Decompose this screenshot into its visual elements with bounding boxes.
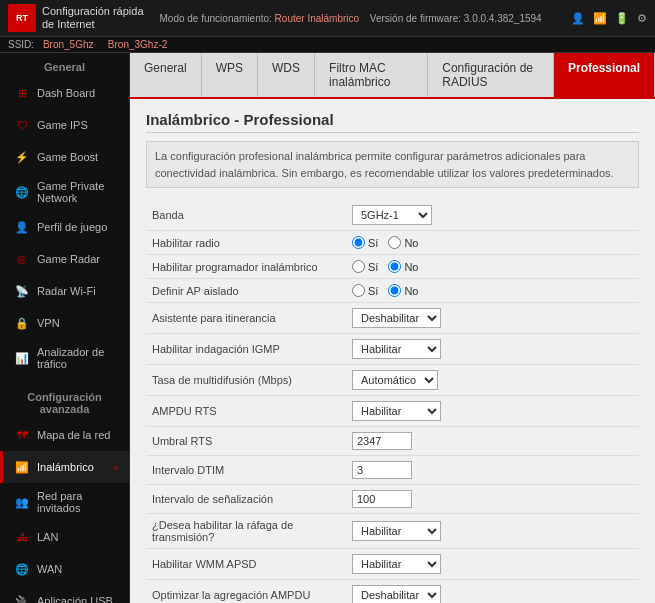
router-title: Configuración rápida de Internet [42, 5, 144, 31]
top-bar-left: RT Configuración rápida de Internet Modo… [8, 4, 542, 32]
avanzada-section-title: Configuración avanzada [0, 383, 129, 419]
row-control-radio: Sí No [346, 231, 639, 255]
sidebar-item-gameboost[interactable]: ⚡ Game Boost [0, 141, 129, 173]
row-control-ampdu-rts: Habilitar Deshabilitar [346, 396, 639, 427]
guest-icon: 👥 [13, 493, 31, 511]
tab-radius[interactable]: Configuración de RADIUS [428, 53, 554, 97]
table-row: Tasa de multidifusión (Mbps) Automático … [146, 365, 639, 396]
rafaga-select[interactable]: Habilitar Deshabilitar [352, 521, 441, 541]
battery-icon: 🔋 [615, 12, 629, 25]
wmm-select[interactable]: Habilitar Deshabilitar [352, 554, 441, 574]
sidebar-item-gameradar[interactable]: ◎ Game Radar [0, 243, 129, 275]
banda-select[interactable]: 5GHz-1 2.4GHz 5GHz-2 [352, 205, 432, 225]
tab-filtro[interactable]: Filtro MAC inalámbrico [315, 53, 428, 97]
sidebar-label-mapa: Mapa de la red [37, 429, 110, 441]
radar-icon: 📡 [13, 282, 31, 300]
map-icon: 🗺 [13, 426, 31, 444]
table-row: AMPDU RTS Habilitar Deshabilitar [146, 396, 639, 427]
sidebar-item-vpn[interactable]: 🔒 VPN [0, 307, 129, 339]
ssid2-link[interactable]: Bron_3Ghz-2 [108, 39, 167, 50]
row-control-multidifusion: Automático 1 2 5.5 11 [346, 365, 639, 396]
main-content: General WPS WDS Filtro MAC inalámbrico C… [130, 53, 655, 603]
radio-si-ap[interactable]: Sí [352, 284, 378, 297]
sidebar-label-gameboost: Game Boost [37, 151, 98, 163]
row-control-programador: Sí No [346, 255, 639, 279]
row-label-multidifusion: Tasa de multidifusión (Mbps) [146, 365, 346, 396]
sidebar-item-wan[interactable]: 🌐 WAN [0, 553, 129, 585]
umbral-rts-input[interactable] [352, 432, 412, 450]
table-row: Definir AP aislado Sí No [146, 279, 639, 303]
row-control-asistente: Deshabilitar Habilitar [346, 303, 639, 334]
usb-icon: 🔌 [13, 592, 31, 603]
table-row: ¿Desea habilitar la ráfaga de transmisió… [146, 514, 639, 549]
radio-no-radio[interactable]: No [388, 236, 418, 249]
row-control-rafaga: Habilitar Deshabilitar [346, 514, 639, 549]
radio-group-programador: Sí No [352, 260, 633, 273]
top-bar: RT Configuración rápida de Internet Modo… [0, 0, 655, 37]
logo-text: RT [16, 13, 28, 23]
sidebar-item-gameprivatenet[interactable]: 🌐 Game Private Network [0, 173, 129, 211]
page-title: Inalámbrico - Professional [146, 111, 639, 133]
gameradar-icon: ◎ [13, 250, 31, 268]
top-bar-right: 👤 📶 🔋 ⚙ [571, 12, 647, 25]
sidebar-item-perfilJuego[interactable]: 👤 Perfil de juego [0, 211, 129, 243]
row-control-banda: 5GHz-1 2.4GHz 5GHz-2 [346, 200, 639, 231]
wifi-icon: 📶 [593, 12, 607, 25]
radio-group-ap: Sí No [352, 284, 633, 297]
content-area: Inalámbrico - Professional La configurac… [130, 99, 655, 603]
sidebar-item-gameips[interactable]: 🛡 Game IPS [0, 109, 129, 141]
sidebar-label-gameips: Game IPS [37, 119, 88, 131]
tab-wps[interactable]: WPS [202, 53, 258, 97]
row-label-senalizacion: Intervalo de señalización [146, 485, 346, 514]
table-row: Intervalo de señalización [146, 485, 639, 514]
ssid1-link[interactable]: Bron_5Ghz [43, 39, 94, 50]
table-row: Umbral RTS [146, 427, 639, 456]
sidebar-item-analizador[interactable]: 📊 Analizador de tráfico [0, 339, 129, 377]
table-row: Banda 5GHz-1 2.4GHz 5GHz-2 [146, 200, 639, 231]
igmp-select[interactable]: Habilitar Deshabilitar [352, 339, 441, 359]
radio-group-radio: Sí No [352, 236, 633, 249]
main-layout: General ⊞ Dash Board 🛡 Game IPS ⚡ Game B… [0, 53, 655, 603]
ssid-row: SSID: Bron_5Ghz Bron_3Ghz-2 [0, 37, 655, 53]
radio-no-ap[interactable]: No [388, 284, 418, 297]
senalizacion-input[interactable] [352, 490, 412, 508]
settings-icon[interactable]: ⚙ [637, 12, 647, 25]
sidebar-item-mapadred[interactable]: 🗺 Mapa de la red [0, 419, 129, 451]
multidifusion-select[interactable]: Automático 1 2 5.5 11 [352, 370, 438, 390]
row-control-umbral-rts [346, 427, 639, 456]
radio-si-programador[interactable]: Sí [352, 260, 378, 273]
table-row: Habilitar programador inalámbrico Sí No [146, 255, 639, 279]
radio-si-radio[interactable]: Sí [352, 236, 378, 249]
table-row: Habilitar radio Sí No [146, 231, 639, 255]
sidebar-label-lan: LAN [37, 531, 58, 543]
analyzer-icon: 📊 [13, 349, 31, 367]
row-control-dtim [346, 456, 639, 485]
ampdu-agg-select[interactable]: Deshabilitar Habilitar [352, 585, 441, 603]
radio-no-programador[interactable]: No [388, 260, 418, 273]
row-label-dtim: Intervalo DTIM [146, 456, 346, 485]
sidebar-label-vpn: VPN [37, 317, 60, 329]
gameips-icon: 🛡 [13, 116, 31, 134]
table-row: Optimizar la agregación AMPDU Deshabilit… [146, 580, 639, 604]
asistente-select[interactable]: Deshabilitar Habilitar [352, 308, 441, 328]
row-control-ampdu-agg: Deshabilitar Habilitar [346, 580, 639, 604]
tab-general[interactable]: General [130, 53, 202, 97]
sidebar-item-invitados[interactable]: 👥 Red para invitados [0, 483, 129, 521]
sidebar-item-radarwifi[interactable]: 📡 Radar Wi-Fi [0, 275, 129, 307]
ampdu-rts-select[interactable]: Habilitar Deshabilitar [352, 401, 441, 421]
sidebar-label-perfil: Perfil de juego [37, 221, 107, 233]
row-label-ap-aislado: Definir AP aislado [146, 279, 346, 303]
user-icon: 👤 [571, 12, 585, 25]
sidebar-item-lan[interactable]: 🖧 LAN [0, 521, 129, 553]
tab-professional[interactable]: Professional [554, 53, 655, 97]
wan-icon: 🌐 [13, 560, 31, 578]
row-label-asistente: Asistente para itinerancia [146, 303, 346, 334]
table-row: Asistente para itinerancia Deshabilitar … [146, 303, 639, 334]
profile-icon: 👤 [13, 218, 31, 236]
tab-wds[interactable]: WDS [258, 53, 315, 97]
sidebar-label-gameradar: Game Radar [37, 253, 100, 265]
sidebar-item-dashboard[interactable]: ⊞ Dash Board [0, 77, 129, 109]
sidebar-item-usb[interactable]: 🔌 Aplicación USB [0, 585, 129, 603]
dtim-input[interactable] [352, 461, 412, 479]
sidebar-item-inalambrico[interactable]: 📶 Inalámbrico » [0, 451, 129, 483]
